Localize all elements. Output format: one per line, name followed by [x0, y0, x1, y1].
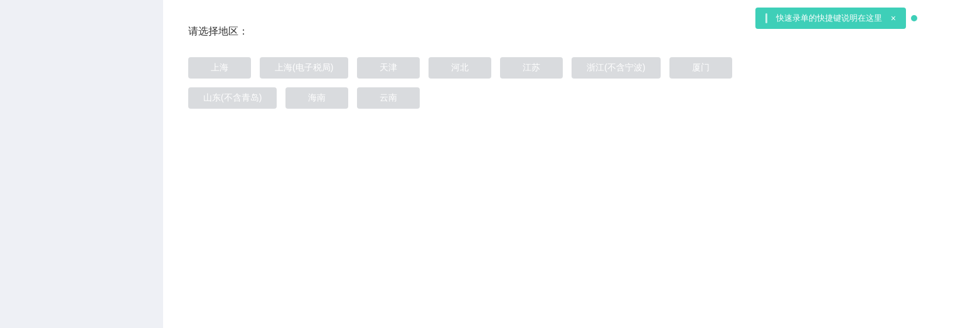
sidebar — [0, 0, 163, 328]
tooltip-dot — [911, 15, 917, 21]
tooltip-container: 快速录单的快捷键说明在这里 × — [755, 8, 917, 29]
region-button-shandong[interactable]: 山东(不含青岛) — [188, 87, 277, 109]
tooltip-close-button[interactable]: × — [891, 13, 896, 23]
region-button-yunnan[interactable]: 云南 — [357, 87, 420, 109]
region-button-jiangsu[interactable]: 江苏 — [500, 57, 563, 79]
region-row-1: 上海上海(电子税局)天津河北江苏浙江(不含宁波)厦门 — [188, 57, 955, 79]
region-row-2: 山东(不含青岛)海南云南 — [188, 87, 955, 109]
region-button-shanghai-etax[interactable]: 上海(电子税局) — [260, 57, 348, 79]
region-button-shanghai[interactable]: 上海 — [188, 57, 251, 79]
region-button-hainan[interactable]: 海南 — [285, 87, 348, 109]
tooltip-text: 快速录单的快捷键说明在这里 — [776, 13, 882, 24]
region-button-tianjin[interactable]: 天津 — [357, 57, 420, 79]
region-button-hebei[interactable]: 河北 — [429, 57, 491, 79]
main-content: 请选择地区： 上海上海(电子税局)天津河北江苏浙江(不含宁波)厦门 山东(不含青… — [163, 0, 980, 328]
region-button-zhejiang[interactable]: 浙江(不含宁波) — [572, 57, 660, 79]
region-button-xiamen[interactable]: 厦门 — [669, 57, 732, 79]
tooltip-bubble: 快速录单的快捷键说明在这里 × — [755, 8, 906, 29]
